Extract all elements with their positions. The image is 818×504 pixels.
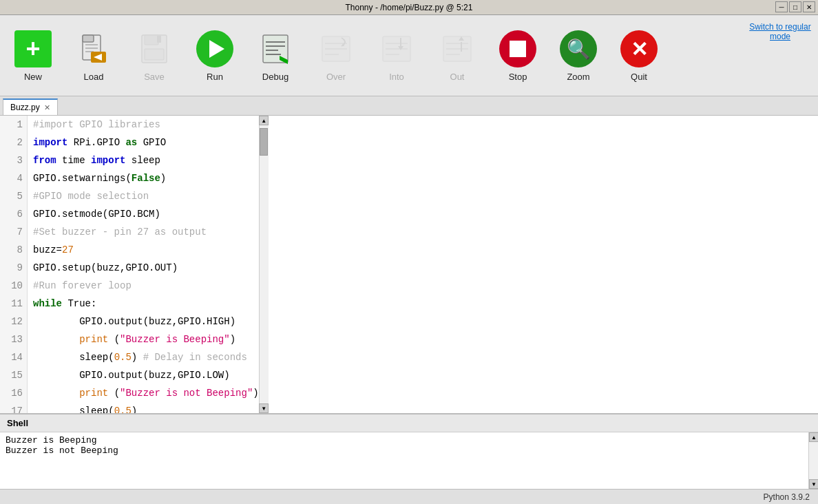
new-label: New <box>24 72 42 82</box>
shell-scrollbar[interactable]: ▲ ▼ <box>808 432 818 489</box>
titlebar-controls: ─ □ ✕ <box>775 1 815 12</box>
zoom-button[interactable]: 🔍 Zoom <box>548 19 609 93</box>
svg-rect-10 <box>145 49 164 60</box>
debug-icon <box>259 32 292 65</box>
over-button[interactable]: Over <box>306 19 366 93</box>
python-version: Python 3.9.2 <box>764 492 810 502</box>
into-button[interactable]: Into <box>366 19 427 93</box>
quit-icon: ✕ <box>620 30 658 67</box>
run-label: Run <box>207 72 223 82</box>
into-label: Into <box>389 72 404 82</box>
over-label: Over <box>326 72 346 82</box>
code-editor[interactable]: #import GPIO libraries import RPi.GPIO a… <box>28 116 259 413</box>
stop-label: Stop <box>509 72 527 82</box>
out-button[interactable]: Out <box>427 19 487 93</box>
new-button[interactable]: New <box>3 19 63 93</box>
statusbar: Python 3.9.2 <box>0 489 818 504</box>
shell-content[interactable]: Buzzer is Beeping Buzzer is not Beeping <box>0 432 808 489</box>
into-icon <box>380 32 413 65</box>
zoom-label: Zoom <box>567 72 589 82</box>
new-icon <box>14 30 52 67</box>
shell-line-1: Buzzer is Beeping <box>6 435 803 445</box>
save-label: Save <box>144 72 165 82</box>
maximize-button[interactable]: □ <box>789 1 801 12</box>
svg-rect-1 <box>83 35 94 42</box>
shell-header: Shell <box>0 414 818 432</box>
editor-inner: 12345 678910 1112131415 1617 #import GPI… <box>0 116 259 413</box>
load-label: Load <box>84 72 104 82</box>
shell-scroll-down[interactable]: ▼ <box>809 479 818 489</box>
run-icon <box>196 30 233 67</box>
tab-buzzpy[interactable]: Buzz.py ✕ <box>3 98 58 115</box>
load-icon <box>77 32 110 65</box>
scroll-up-arrow[interactable]: ▲ <box>259 116 269 125</box>
run-button[interactable]: Run <box>185 19 245 93</box>
editor-scrollbar[interactable]: ▲ ▼ <box>259 116 269 413</box>
shell-label: Shell <box>7 418 28 428</box>
tab-close-icon[interactable]: ✕ <box>44 103 50 112</box>
tabbar: Buzz.py ✕ <box>0 96 818 116</box>
load-button[interactable]: Load <box>63 19 124 93</box>
stop-button[interactable]: Stop <box>487 19 548 93</box>
toolbar: New Load Save <box>0 15 818 96</box>
scroll-down-arrow[interactable]: ▼ <box>259 403 269 413</box>
tab-label: Buzz.py <box>10 103 40 112</box>
quit-label: Quit <box>631 72 647 82</box>
close-button[interactable]: ✕ <box>803 1 815 12</box>
save-icon <box>138 32 171 65</box>
titlebar: Thonny - /home/pi/Buzz.py @ 5:21 ─ □ ✕ <box>0 0 818 15</box>
scroll-thumb[interactable] <box>260 128 268 156</box>
save-button[interactable]: Save <box>124 19 185 93</box>
out-label: Out <box>450 72 465 82</box>
svg-rect-9 <box>157 36 161 43</box>
debug-button[interactable]: Debug <box>245 19 306 93</box>
titlebar-title: Thonny - /home/pi/Buzz.py @ 5:21 <box>346 3 473 12</box>
shell-scroll-up[interactable]: ▲ <box>809 432 818 442</box>
line-numbers: 12345 678910 1112131415 1617 <box>0 116 28 413</box>
shell-line-2: Buzzer is not Beeping <box>6 445 803 456</box>
debug-label: Debug <box>262 72 289 82</box>
zoom-icon: 🔍 <box>560 30 597 67</box>
quit-button[interactable]: ✕ Quit <box>609 19 669 93</box>
stop-icon <box>499 30 536 67</box>
editor-container: 12345 678910 1112131415 1617 #import GPI… <box>0 116 818 413</box>
minimize-button[interactable]: ─ <box>775 1 788 12</box>
svg-rect-8 <box>145 35 158 45</box>
out-icon <box>441 32 474 65</box>
switch-mode-link[interactable]: Switch to regular mode <box>749 22 811 41</box>
shell-container: Shell Buzzer is Beeping Buzzer is not Be… <box>0 413 818 489</box>
over-icon <box>319 32 353 65</box>
